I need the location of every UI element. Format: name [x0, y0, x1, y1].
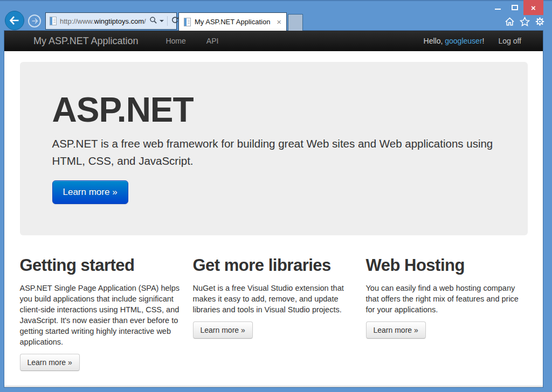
- navbar-links: Home API: [155, 37, 229, 45]
- column-heading: Getting started: [20, 256, 182, 275]
- libraries-learn-more-button[interactable]: Learn more »: [193, 321, 253, 339]
- page-viewport: My ASP.NET Application Home API Hello, g…: [4, 31, 543, 387]
- maximize-icon: [512, 5, 518, 10]
- column-get-more-libraries: Get more libraries NuGet is a free Visua…: [193, 235, 355, 371]
- address-bar[interactable]: http://www.wingtiptoys.com/: [45, 12, 177, 30]
- page-icon: [50, 17, 57, 25]
- feature-columns: Getting started ASP.NET Single Page Appl…: [20, 235, 528, 371]
- new-tab-button[interactable]: [288, 14, 303, 31]
- browser-toolbar-icons: [505, 17, 545, 26]
- column-body: NuGet is a free Visual Studio extension …: [193, 283, 355, 315]
- user-greeting: Hello, googleuser!: [424, 37, 485, 45]
- close-window-button[interactable]: ×: [523, 0, 543, 15]
- jumbotron-learn-more-button[interactable]: Learn more »: [52, 180, 128, 204]
- back-arrow-icon: [9, 16, 20, 25]
- navbar-account-area: Hello, googleuser! Log off: [424, 37, 521, 45]
- back-button[interactable]: [5, 11, 24, 30]
- refresh-icon[interactable]: [171, 16, 179, 26]
- column-getting-started: Getting started ASP.NET Single Page Appl…: [20, 235, 182, 371]
- jumbotron-lead: ASP.NET is a free web framework for buil…: [52, 135, 495, 170]
- column-body: You can easily find a web hosting compan…: [366, 283, 528, 315]
- getting-started-learn-more-button[interactable]: Learn more »: [20, 354, 80, 371]
- page-content: ASP.NET ASP.NET is a free web framework …: [20, 62, 528, 371]
- greeting-prefix: Hello,: [424, 37, 445, 45]
- url-text[interactable]: http://www.wingtiptoys.com/: [60, 17, 146, 25]
- maximize-button[interactable]: [506, 0, 523, 14]
- nav-link-api[interactable]: API: [196, 37, 229, 45]
- window-controls: ×: [489, 0, 543, 15]
- nav-link-home[interactable]: Home: [155, 37, 196, 45]
- hosting-learn-more-button[interactable]: Learn more »: [366, 321, 426, 339]
- minimize-icon: [495, 9, 501, 10]
- close-icon: ×: [531, 3, 536, 12]
- column-heading: Web Hosting: [366, 256, 528, 275]
- url-prefix: http://www.: [60, 17, 94, 25]
- jumbotron-title: ASP.NET: [52, 90, 495, 130]
- divider: [167, 16, 168, 26]
- browser-window: ×: [0, 0, 552, 392]
- url-suffix: /: [144, 17, 146, 25]
- settings-gear-icon[interactable]: [535, 17, 545, 26]
- url-domain: wingtiptoys.com: [94, 17, 144, 25]
- greeting-suffix: !: [482, 37, 485, 45]
- tab-title: My ASP.NET Application: [195, 18, 273, 26]
- search-icon[interactable]: [149, 16, 157, 26]
- tab-favicon-icon: [184, 18, 191, 26]
- favorites-star-icon[interactable]: [520, 17, 530, 26]
- forward-button[interactable]: [28, 15, 41, 27]
- column-heading: Get more libraries: [193, 256, 355, 275]
- minimize-button[interactable]: [489, 0, 506, 14]
- navbar-brand[interactable]: My ASP.NET Application: [33, 36, 138, 47]
- browser-tab[interactable]: My ASP.NET Application ×: [178, 12, 287, 31]
- column-web-hosting: Web Hosting You can easily find a web ho…: [366, 235, 528, 371]
- tab-close-icon[interactable]: ×: [277, 18, 281, 26]
- log-off-link[interactable]: Log off: [498, 37, 521, 45]
- column-body: ASP.NET Single Page Application (SPA) he…: [20, 283, 182, 347]
- search-dropdown-caret-icon[interactable]: [160, 20, 164, 24]
- jumbotron: ASP.NET ASP.NET is a free web framework …: [20, 62, 528, 235]
- home-icon[interactable]: [505, 17, 515, 26]
- site-navbar: My ASP.NET Application Home API Hello, g…: [4, 31, 543, 51]
- username-link[interactable]: googleuser: [445, 37, 482, 45]
- forward-arrow-icon: [31, 18, 38, 24]
